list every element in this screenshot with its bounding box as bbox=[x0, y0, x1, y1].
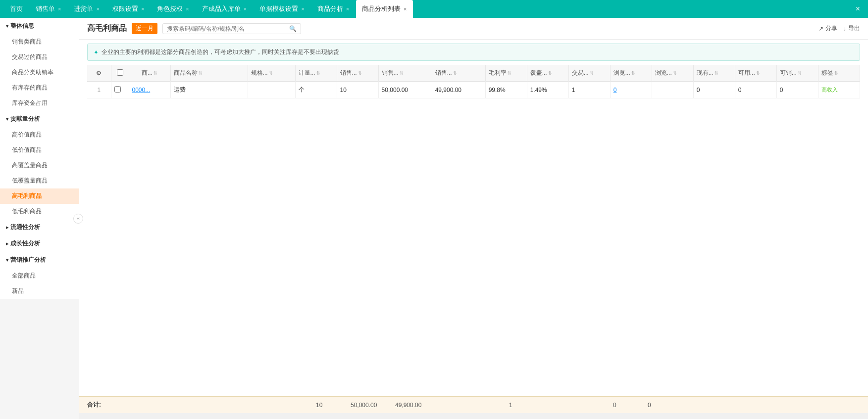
footer-cell-14: 0 bbox=[610, 402, 645, 409]
th-0: ⚙ bbox=[87, 65, 111, 82]
search-icon[interactable]: 🔍 bbox=[289, 25, 297, 32]
row-unit: 个 bbox=[295, 82, 337, 98]
sidebar-item-0-2[interactable]: 商品分类助销率 bbox=[0, 65, 79, 80]
sort-icon-12[interactable]: ⇅ bbox=[631, 71, 635, 76]
sort-icon-11[interactable]: ⇅ bbox=[590, 71, 594, 76]
sort-icon-3[interactable]: ⇅ bbox=[199, 71, 203, 76]
nav-item-7[interactable]: 商品分析 × bbox=[311, 0, 355, 18]
sidebar-collapse-button[interactable]: « bbox=[73, 214, 83, 224]
th-5: 计量...⇅ bbox=[295, 65, 337, 82]
sidebar-group-label-2: 流通性分析 bbox=[10, 223, 40, 232]
sidebar-group-3[interactable]: ▸成长性分析 bbox=[0, 235, 79, 252]
horizontal-scrollbar[interactable] bbox=[79, 413, 868, 419]
sidebar-item-0-3[interactable]: 有库存的商品 bbox=[0, 80, 79, 95]
th-11: 交易...⇅ bbox=[568, 65, 610, 82]
th-6: 销售...⇅ bbox=[337, 65, 378, 82]
sidebar-group-arrow-0: ▾ bbox=[6, 23, 8, 29]
sort-icon-7[interactable]: ⇅ bbox=[400, 71, 404, 76]
th-2: 商...⇅ bbox=[129, 65, 170, 82]
info-text: 企业的主要的利润都是这部分商品创造的，可考虑加大推广，同时关注库存是不要出现缺货 bbox=[102, 48, 339, 56]
page-title: 高毛利商品 bbox=[87, 23, 127, 34]
sidebar-group-arrow-4: ▾ bbox=[6, 257, 8, 263]
sidebar-group-0[interactable]: ▾整体信息 bbox=[0, 18, 79, 34]
row-check bbox=[111, 82, 129, 98]
sidebar-item-1-4[interactable]: 高毛利商品 bbox=[0, 188, 79, 204]
row-browse1[interactable]: 0 bbox=[610, 82, 652, 98]
top-navigation: 首页销售单 ×进货单 ×权限设置 ×角色授权 ×产成品入库单 ×单据模板设置 ×… bbox=[0, 0, 868, 18]
nav-close-icon-2[interactable]: × bbox=[96, 6, 99, 12]
sort-icon-5[interactable]: ⇅ bbox=[316, 71, 320, 76]
sidebar-item-1-3[interactable]: 低覆盖量商品 bbox=[0, 173, 79, 188]
sidebar-item-4-1[interactable]: 新品 bbox=[0, 283, 79, 299]
sidebar-group-label-3: 成长性分析 bbox=[10, 239, 40, 248]
settings-icon[interactable]: ⚙ bbox=[96, 70, 102, 77]
th-13: 浏览...⇅ bbox=[652, 65, 693, 82]
nav-close-icon-5[interactable]: × bbox=[244, 6, 247, 12]
nav-close-icon-4[interactable]: × bbox=[186, 6, 189, 12]
nav-item-0[interactable]: 首页 bbox=[4, 0, 29, 18]
col-label-5: 计量... bbox=[299, 69, 315, 76]
info-icon: ✦ bbox=[94, 49, 99, 56]
close-all-button[interactable]: × bbox=[852, 4, 864, 13]
content-header: 高毛利商品 近一月 🔍 ↗ 分享 ↓ 导出 bbox=[79, 18, 868, 40]
nav-item-3[interactable]: 权限设置 × bbox=[106, 0, 150, 18]
sort-icon-13[interactable]: ⇅ bbox=[673, 71, 677, 76]
footer-cell-6: 10 bbox=[313, 402, 348, 409]
th-16: 可销...⇅ bbox=[776, 65, 818, 82]
nav-item-2[interactable]: 进货单 × bbox=[68, 0, 105, 18]
export-button[interactable]: ↓ 导出 bbox=[843, 24, 860, 33]
filter-period-button[interactable]: 近一月 bbox=[132, 23, 157, 34]
sidebar-item-1-5[interactable]: 低毛利商品 bbox=[0, 204, 79, 219]
sort-icon-15[interactable]: ⇅ bbox=[756, 71, 760, 76]
row-checkbox[interactable] bbox=[114, 86, 121, 93]
th-1 bbox=[111, 65, 129, 82]
nav-item-8[interactable]: 商品分析列表 × bbox=[356, 0, 412, 18]
share-button[interactable]: ↗ 分享 bbox=[818, 24, 837, 33]
row-code[interactable]: 0000... bbox=[129, 82, 170, 98]
th-17: 标签⇅ bbox=[818, 65, 860, 82]
sort-icon-10[interactable]: ⇅ bbox=[548, 71, 552, 76]
share-icon: ↗ bbox=[818, 25, 823, 32]
sort-icon-4[interactable]: ⇅ bbox=[269, 71, 273, 76]
nav-item-5[interactable]: 产成品入库单 × bbox=[196, 0, 253, 18]
sidebar-item-0-4[interactable]: 库存资金占用 bbox=[0, 95, 79, 111]
nav-close-icon-1[interactable]: × bbox=[58, 6, 61, 12]
table-header-row: ⚙商...⇅商品名称⇅规格...⇅计量...⇅销售...⇅销售...⇅销售...… bbox=[87, 65, 860, 82]
col-label-7: 销售... bbox=[382, 69, 399, 76]
sidebar-item-4-0[interactable]: 全部商品 bbox=[0, 268, 79, 283]
sidebar-item-1-2[interactable]: 高覆盖量商品 bbox=[0, 158, 79, 173]
footer-totals: 合计: 1050,000.0049,900.00100 bbox=[79, 396, 868, 413]
nav-item-6[interactable]: 单据模板设置 × bbox=[254, 0, 310, 18]
nav-close-icon-6[interactable]: × bbox=[301, 6, 304, 12]
nav-item-4[interactable]: 角色授权 × bbox=[151, 0, 195, 18]
select-all-checkbox[interactable] bbox=[117, 69, 123, 76]
sidebar: ▾整体信息销售类商品交易过的商品商品分类助销率有库存的商品库存资金占用▾贡献量分… bbox=[0, 18, 79, 299]
sidebar-group-arrow-3: ▸ bbox=[6, 241, 8, 246]
sort-icon-8[interactable]: ⇅ bbox=[453, 71, 457, 76]
col-label-3: 商品名称 bbox=[174, 69, 198, 76]
row-current: 0 bbox=[693, 82, 735, 98]
nav-item-1[interactable]: 销售单 × bbox=[30, 0, 67, 18]
sidebar-group-2[interactable]: ▸流通性分析 bbox=[0, 219, 79, 235]
sort-icon-14[interactable]: ⇅ bbox=[715, 71, 718, 76]
sidebar-item-0-0[interactable]: 销售类商品 bbox=[0, 34, 79, 49]
nav-close-icon-3[interactable]: × bbox=[141, 6, 144, 12]
sort-icon-2[interactable]: ⇅ bbox=[153, 71, 157, 76]
sort-icon-17[interactable]: ⇅ bbox=[834, 71, 838, 76]
sort-icon-6[interactable]: ⇅ bbox=[358, 71, 362, 76]
sort-icon-9[interactable]: ⇅ bbox=[508, 71, 511, 76]
content-area: 高毛利商品 近一月 🔍 ↗ 分享 ↓ 导出 ✦ 企业的主要的利润都是这部分商品创… bbox=[79, 18, 868, 419]
sidebar-group-label-0: 整体信息 bbox=[10, 22, 34, 30]
sort-icon-16[interactable]: ⇅ bbox=[798, 71, 802, 76]
sidebar-item-1-1[interactable]: 低价值商品 bbox=[0, 142, 79, 158]
row-name: 运费 bbox=[170, 82, 248, 98]
th-14: 现有...⇅ bbox=[693, 65, 735, 82]
sidebar-group-1[interactable]: ▾贡献量分析 bbox=[0, 111, 79, 127]
sidebar-group-4[interactable]: ▾营销推广分析 bbox=[0, 252, 79, 268]
sidebar-item-1-0[interactable]: 高价值商品 bbox=[0, 127, 79, 142]
search-input[interactable] bbox=[167, 25, 289, 32]
nav-close-icon-7[interactable]: × bbox=[346, 6, 349, 12]
nav-close-icon-8[interactable]: × bbox=[404, 6, 407, 12]
sidebar-item-0-1[interactable]: 交易过的商品 bbox=[0, 49, 79, 65]
footer-cell-8: 49,900.00 bbox=[392, 402, 437, 409]
